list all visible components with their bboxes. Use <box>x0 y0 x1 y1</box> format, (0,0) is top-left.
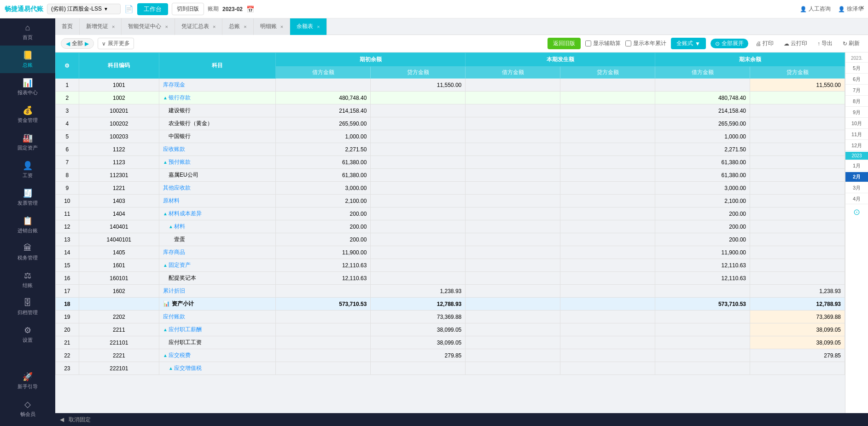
table-row[interactable]: 71123▲预付账款61,380.0061,380.00 <box>56 156 845 169</box>
tab-voucher-summary-close[interactable]: × <box>213 24 216 29</box>
right-panel-expand-icon[interactable]: ⊙ <box>853 207 860 217</box>
table-row[interactable]: 171602累计折旧1,238.931,238.93 <box>56 285 845 298</box>
bottom-bar[interactable]: ◀ 取消固定 <box>55 413 868 426</box>
file-icon[interactable]: 📄 <box>124 5 134 13</box>
account-name[interactable]: ▲应交税费 <box>159 349 275 362</box>
calendar-icon[interactable]: 📅 <box>246 6 254 13</box>
sidebar-item-capital[interactable]: 💰 资金管理 <box>0 101 55 128</box>
tab-balance-close[interactable]: × <box>317 24 320 29</box>
sidebar-item-report[interactable]: 📊 报表中心 <box>0 73 55 101</box>
account-name[interactable]: ▲材料成本差异 <box>159 207 275 220</box>
account-name[interactable]: ▲应交增值税 <box>159 362 275 375</box>
table-row[interactable]: 11001库存现金11,550.0011,550.00 <box>56 79 845 92</box>
tab-general-close[interactable]: × <box>244 24 246 29</box>
return-old-version-btn[interactable]: 返回旧版 <box>548 38 581 49</box>
sidebar-item-fixed[interactable]: 🏭 固定资产 <box>0 128 55 156</box>
account-name[interactable]: 农业银行（黄金） <box>159 117 275 130</box>
right-panel-month-7[interactable]: 7月 <box>845 86 868 96</box>
account-name[interactable]: ▲材料 <box>159 220 275 233</box>
tab-balance-sheet[interactable]: 余额表 × <box>290 18 326 35</box>
sidebar-item-payroll[interactable]: 👤 工资 <box>0 156 55 184</box>
account-name[interactable]: 建设银行 <box>159 104 275 117</box>
account-name[interactable]: ▲银行存款 <box>159 92 275 104</box>
right-panel-month-1[interactable]: 1月 <box>845 161 868 171</box>
account-name[interactable]: 壹蛋 <box>159 233 275 246</box>
sidebar-item-guide[interactable]: 🚀 新手引导 <box>0 367 55 395</box>
account-name[interactable]: 库存商品 <box>159 246 275 259</box>
sidebar-item-invoice[interactable]: 🧾 发票管理 <box>0 184 55 211</box>
table-row[interactable]: 16160101配提奖记本12,110.6312,110.63 <box>56 272 845 285</box>
table-row[interactable]: 3100201建设银行214,158.40214,158.40 <box>56 104 845 117</box>
account-name[interactable]: 应付职工工资 <box>159 336 275 349</box>
tab-smart-close[interactable]: × <box>165 24 168 29</box>
sidebar-item-tax[interactable]: 🏛 税务管理 <box>0 239 55 266</box>
user-service[interactable]: 👤 人工咨询 <box>800 5 831 13</box>
account-name[interactable]: ▲固定资产 <box>159 259 275 272</box>
right-panel-month-3[interactable]: 3月 <box>845 183 868 193</box>
tab-detail-close[interactable]: × <box>280 24 283 29</box>
account-name[interactable]: 嘉属EU公司 <box>159 169 275 182</box>
account-name[interactable]: ▲应付职工薪酬 <box>159 323 275 336</box>
table-row[interactable]: 151601▲固定资产12,110.6312,110.63 <box>56 259 845 272</box>
print-btn[interactable]: 🖨 打印 <box>753 39 776 48</box>
tab-smart-center[interactable]: 智能凭证中心 × <box>122 18 175 35</box>
right-panel-month-11[interactable]: 11月 <box>845 130 868 140</box>
cloud-print-btn[interactable]: ☁ 云打印 <box>781 39 810 48</box>
right-panel-month-8[interactable]: 8月 <box>845 97 868 107</box>
right-panel-month-12[interactable]: 12月 <box>845 141 868 151</box>
sidebar-item-settings[interactable]: ⚙ 设置 <box>0 321 55 348</box>
right-panel-year2[interactable]: 2023 <box>845 152 868 160</box>
account-name[interactable]: 累计折旧 <box>159 285 275 298</box>
show-cumulative-input[interactable] <box>625 40 631 46</box>
full-mode-btn[interactable]: 全账式 ▼ <box>671 38 706 49</box>
account-name[interactable]: ▲预付账款 <box>159 156 275 169</box>
account-name[interactable]: 应收账款 <box>159 143 275 156</box>
sidebar-item-ledger[interactable]: 📒 总账 <box>0 46 55 73</box>
company-selector[interactable]: (劣前) 江西股金-LSS ▼ <box>47 4 121 14</box>
switch-version-button[interactable]: 切到旧版 <box>172 3 204 15</box>
table-row[interactable]: 4100202农业银行（黄金）265,590.00265,590.00 <box>56 117 845 130</box>
account-name[interactable]: 配提奖记本 <box>159 272 275 285</box>
right-panel-month-9[interactable]: 9月 <box>845 108 868 118</box>
table-row[interactable]: 61122应收账款2,271.502,271.50 <box>56 143 845 156</box>
tab-new-voucher-close[interactable]: × <box>112 24 115 29</box>
workbench-button[interactable]: 工作台 <box>137 3 168 15</box>
sidebar-item-purchase[interactable]: 📋 进销台账 <box>0 211 55 239</box>
table-row[interactable]: 21002▲银行存款480,748.40480,748.40 <box>56 92 845 104</box>
account-name[interactable]: 其他应收款 <box>159 182 275 195</box>
sidebar-item-member[interactable]: ◇ 畅会员 <box>0 395 55 422</box>
table-row[interactable]: 8112301嘉属EU公司61,380.0061,380.00 <box>56 169 845 182</box>
expand-all-toggle[interactable]: ⊙ 全部展开 <box>711 39 748 48</box>
col-settings[interactable]: ⚙ <box>56 53 79 79</box>
table-row[interactable]: 101403原材料2,100.002,100.00 <box>56 195 845 207</box>
table-row[interactable]: 141405库存商品11,900.0011,900.00 <box>56 246 845 259</box>
table-row[interactable]: 192202应付账款73,369.8873,369.88 <box>56 311 845 323</box>
account-name[interactable]: 📊资产小计 <box>159 298 275 311</box>
refresh-btn[interactable]: ↻ 刷新 <box>840 39 862 48</box>
right-panel-month-6[interactable]: 6月 <box>845 75 868 85</box>
table-row[interactable]: 202211▲应付职工薪酬38,099.0538,099.05 <box>56 323 845 336</box>
tab-new-voucher[interactable]: 新增凭证 × <box>80 18 122 35</box>
sidebar-item-home[interactable]: ⌂ 首页 <box>0 18 55 46</box>
show-aux-input[interactable] <box>585 40 591 46</box>
table-row[interactable]: 111404▲材料成本差异200.00200.00 <box>56 207 845 220</box>
account-name[interactable]: 原材料 <box>159 195 275 207</box>
table-row[interactable]: 5100203中国银行1,000.001,000.00 <box>56 130 845 143</box>
table-row[interactable]: 222221▲应交税费279.85279.85 <box>56 349 845 362</box>
table-row[interactable]: 12140401▲材料200.00200.00 <box>56 220 845 233</box>
table-row[interactable]: 23222101▲应交增值税 <box>56 362 845 375</box>
show-cumulative-checkbox[interactable]: 显示本年累计 <box>625 40 666 47</box>
table-row[interactable]: 18📊资产小计573,710.5312,788.93573,710.5312,7… <box>56 298 845 311</box>
account-name[interactable]: 中国银行 <box>159 130 275 143</box>
right-panel-month-10[interactable]: 10月 <box>845 119 868 129</box>
sidebar-item-settlement[interactable]: ⚖ 结账 <box>0 266 55 294</box>
table-row[interactable]: 91221其他应收款3,000.003,000.00 <box>56 182 845 195</box>
expand-more-btn[interactable]: ∨ 展开更多 <box>98 38 134 49</box>
right-panel-month-2[interactable]: 2月 <box>845 172 868 182</box>
sidebar-item-archive[interactable]: 🗄 归档管理 <box>0 294 55 321</box>
tab-voucher-summary[interactable]: 凭证汇总表 × <box>175 18 222 35</box>
export-btn[interactable]: ↑ 导出 <box>815 39 835 48</box>
account-name[interactable]: 库存现金 <box>159 79 275 92</box>
account-name[interactable]: 应付账款 <box>159 311 275 323</box>
show-aux-checkbox[interactable]: 显示辅助算 <box>585 40 621 47</box>
